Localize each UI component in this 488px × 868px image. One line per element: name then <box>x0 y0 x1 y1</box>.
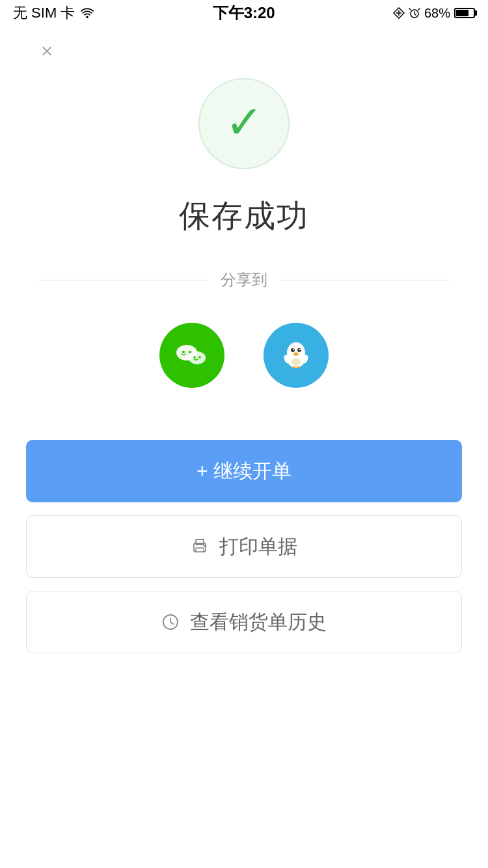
continue-button-label: + 继续开单 <box>197 458 291 485</box>
close-icon: × <box>41 40 53 61</box>
share-icons-container <box>159 323 329 388</box>
share-divider: 分享到 <box>0 269 488 290</box>
status-left: 无 SIM 卡 <box>13 3 94 23</box>
main-content: ✓ 保存成功 分享到 <box>0 26 488 653</box>
history-button[interactable]: 查看销货单历史 <box>26 591 462 653</box>
checkmark-icon: ✓ <box>225 100 264 145</box>
status-time: 下午3:20 <box>213 3 275 23</box>
svg-point-6 <box>198 356 201 359</box>
divider-line-right <box>280 280 449 280</box>
status-right: 68% <box>393 6 475 21</box>
wifi-icon <box>80 8 94 18</box>
svg-point-22 <box>204 545 206 547</box>
status-bar: 无 SIM 卡 下午3:20 68% <box>0 0 488 26</box>
divider-line-left <box>39 280 208 280</box>
svg-point-5 <box>193 356 196 359</box>
battery-percent: 68% <box>424 6 450 21</box>
wechat-share-button[interactable] <box>159 323 224 388</box>
location-icon <box>393 7 405 19</box>
svg-point-8 <box>291 348 295 352</box>
svg-point-10 <box>293 349 294 350</box>
print-button-label: 打印单据 <box>219 534 297 560</box>
history-button-label: 查看销货单历史 <box>190 609 327 636</box>
close-button[interactable]: × <box>33 36 61 65</box>
svg-point-9 <box>297 348 301 352</box>
svg-rect-15 <box>292 366 295 368</box>
svg-rect-21 <box>196 548 204 552</box>
success-title: 保存成功 <box>179 195 309 237</box>
clock-icon <box>161 613 180 631</box>
success-circle: ✓ <box>198 78 290 169</box>
printer-icon <box>191 537 209 556</box>
svg-point-4 <box>189 351 191 353</box>
battery-icon <box>454 8 475 18</box>
svg-point-3 <box>182 351 185 353</box>
alarm-icon <box>409 7 420 19</box>
print-button[interactable]: 打印单据 <box>26 515 462 578</box>
qq-share-button[interactable] <box>264 323 329 388</box>
qq-icon <box>278 337 314 373</box>
share-label: 分享到 <box>208 269 280 290</box>
svg-point-11 <box>299 349 301 350</box>
svg-point-14 <box>291 358 301 366</box>
svg-rect-16 <box>297 366 300 368</box>
wechat-icon <box>172 336 211 375</box>
action-buttons-container: + 继续开单 打印单据 查看销货单历史 <box>0 440 488 653</box>
svg-point-2 <box>189 351 206 364</box>
continue-button[interactable]: + 继续开单 <box>26 440 462 502</box>
no-sim-text: 无 SIM 卡 <box>13 3 75 23</box>
svg-point-12 <box>293 353 299 356</box>
